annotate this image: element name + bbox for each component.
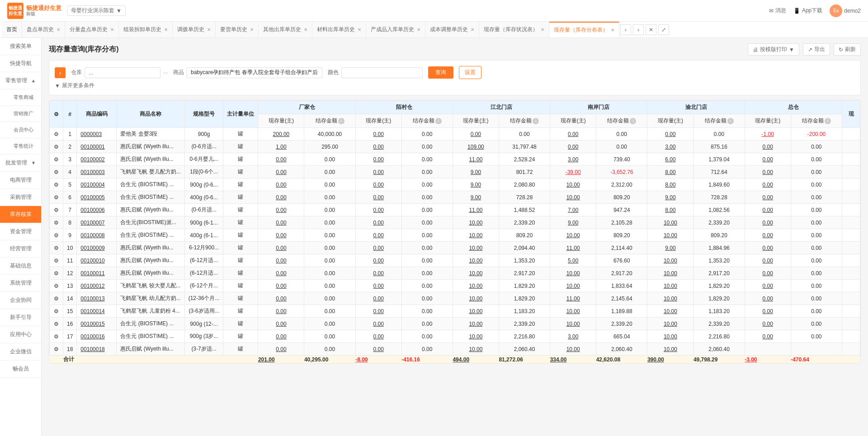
row-c3-qty[interactable]: 11.00: [453, 153, 499, 166]
row-code[interactable]: 00100012: [77, 280, 117, 292]
row-c4-qty[interactable]: 10.00: [550, 343, 596, 356]
row-c2-qty[interactable]: 0.00: [355, 280, 401, 292]
row-total-qty[interactable]: 0.00: [745, 330, 791, 343]
row-c2-qty[interactable]: 0.00: [355, 178, 401, 191]
row-total-qty[interactable]: 0.00: [745, 141, 791, 153]
row-code[interactable]: 00100010: [77, 254, 117, 267]
footer-c2-qty[interactable]: -8.00: [355, 356, 401, 364]
info-icon[interactable]: i: [533, 118, 539, 124]
row-c4-qty[interactable]: 0.00: [550, 128, 596, 141]
message-btn[interactable]: ✉ 消息: [769, 7, 786, 14]
row-c2-qty[interactable]: 0.00: [355, 166, 401, 178]
row-code[interactable]: 00100008: [77, 229, 117, 242]
close-icon[interactable]: ✕: [541, 27, 544, 32]
sidebar-item-basic-info[interactable]: 基础信息: [0, 258, 41, 275]
row-code[interactable]: 00100014: [77, 305, 117, 318]
tab-cost-adjust[interactable]: 成本调整单历史 ✕: [425, 22, 479, 38]
row-c4-qty[interactable]: 11.00: [550, 242, 596, 254]
sidebar-item-appstore[interactable]: 应用中心: [0, 326, 41, 343]
row-c3-qty[interactable]: 10.00: [453, 254, 499, 267]
row-c4-qty[interactable]: 7.00: [550, 204, 596, 216]
row-c3-qty[interactable]: 0.00: [453, 128, 499, 141]
row-c2-qty[interactable]: 0.00: [355, 204, 401, 216]
warehouse-input[interactable]: [85, 67, 160, 78]
row-c1-qty[interactable]: 1.00: [258, 141, 304, 153]
row-c1-qty[interactable]: 0.00: [258, 191, 304, 204]
row-total-qty[interactable]: 0.00: [745, 318, 791, 330]
close-icon[interactable]: ✕: [207, 27, 211, 32]
row-c4-qty[interactable]: 3.00: [550, 153, 596, 166]
tab-other-out[interactable]: 其他出库单历史 ✕: [259, 22, 312, 38]
row-total-qty[interactable]: 0.00: [745, 267, 791, 280]
row-code[interactable]: 00100004: [77, 178, 117, 191]
row-c5-qty[interactable]: 10.00: [647, 292, 693, 305]
row-total-qty[interactable]: 0.00: [745, 229, 791, 242]
row-code[interactable]: 00100001: [77, 141, 117, 153]
row-c3-qty[interactable]: 9.00: [453, 178, 499, 191]
footer-total-qty[interactable]: -3.00: [745, 356, 791, 364]
row-c1-qty[interactable]: 0.00: [258, 178, 304, 191]
tab-split-inventory[interactable]: 分量盘点单历史 ✕: [65, 22, 119, 38]
export-btn[interactable]: ↗ 导出: [803, 43, 830, 56]
row-c5-qty[interactable]: 10.00: [647, 267, 693, 280]
row-c4-qty[interactable]: 10.00: [550, 178, 596, 191]
row-total-qty[interactable]: 0.00: [745, 216, 791, 229]
row-total-qty[interactable]: 0.00: [745, 178, 791, 191]
color-input[interactable]: [341, 67, 423, 78]
footer-c1-qty[interactable]: 201.00: [258, 356, 304, 364]
sidebar-item-operations[interactable]: 经营管理: [0, 240, 41, 258]
row-c2-qty[interactable]: 0.00: [355, 229, 401, 242]
row-c5-qty[interactable]: 10.00: [647, 305, 693, 318]
close-icon[interactable]: ✕: [250, 27, 254, 32]
goods-input[interactable]: [187, 67, 322, 78]
close-icon[interactable]: ✕: [358, 27, 361, 32]
row-c5-qty[interactable]: 8.00: [647, 166, 693, 178]
close-icon[interactable]: ✕: [164, 27, 168, 32]
row-c1-qty[interactable]: 0.00: [258, 153, 304, 166]
row-total-qty[interactable]: 0.00: [745, 292, 791, 305]
tab-prev-btn[interactable]: ‹: [620, 24, 631, 35]
print-btn[interactable]: 🖨 按模版打印 ▼: [748, 43, 799, 56]
row-c3-qty[interactable]: 10.00: [453, 229, 499, 242]
row-c5-qty[interactable]: 10.00: [647, 318, 693, 330]
row-total-qty[interactable]: 0.00: [745, 254, 791, 267]
row-c1-qty[interactable]: 0.00: [258, 242, 304, 254]
sidebar-item-wholesale[interactable]: 批发管理 ▼: [0, 155, 41, 172]
tab-product-in[interactable]: 产成品入库单历史 ✕: [366, 22, 425, 38]
sidebar-item-guide[interactable]: 新手引导: [0, 309, 41, 326]
close-icon[interactable]: ✕: [304, 27, 307, 32]
sidebar-item-search[interactable]: 搜索英单: [0, 38, 41, 55]
row-c4-qty[interactable]: 9.00: [550, 216, 596, 229]
row-total-qty[interactable]: 0.00: [745, 204, 791, 216]
close-icon[interactable]: ✕: [611, 28, 614, 33]
sidebar-item-system[interactable]: 系统管理: [0, 275, 41, 292]
info-icon[interactable]: i: [630, 118, 636, 124]
row-c2-qty[interactable]: 0.00: [355, 216, 401, 229]
row-c3-qty[interactable]: 10.00: [453, 267, 499, 280]
tab-stock-dist[interactable]: 现存量（库存分布表） ✕: [549, 22, 619, 38]
row-c3-qty[interactable]: 10.00: [453, 242, 499, 254]
row-total-qty[interactable]: [745, 343, 791, 356]
info-icon[interactable]: i: [825, 118, 831, 124]
row-c5-qty[interactable]: 10.00: [647, 280, 693, 292]
row-code[interactable]: 00100006: [77, 204, 117, 216]
row-c4-qty[interactable]: 10.00: [550, 267, 596, 280]
row-code[interactable]: 00100016: [77, 330, 117, 343]
row-c1-qty[interactable]: 0.00: [258, 330, 304, 343]
row-c5-qty[interactable]: 9.00: [647, 242, 693, 254]
row-code[interactable]: 00100007: [77, 216, 117, 229]
row-total-qty[interactable]: 0.00: [745, 153, 791, 166]
row-code[interactable]: 00100013: [77, 292, 117, 305]
sidebar-item-purchase[interactable]: 采购管理: [0, 189, 41, 206]
footer-c3-qty[interactable]: 494.00: [453, 356, 499, 364]
sidebar-item-member2[interactable]: 畅会员: [0, 361, 41, 378]
row-c2-qty[interactable]: 0.00: [355, 292, 401, 305]
row-c2-qty[interactable]: 0.00: [355, 305, 401, 318]
row-c4-qty[interactable]: 0.00: [550, 141, 596, 153]
row-c1-qty[interactable]: 0.00: [258, 254, 304, 267]
tab-close-all-btn[interactable]: ✕: [646, 24, 656, 35]
row-c1-qty[interactable]: 0.00: [258, 318, 304, 330]
row-c5-qty[interactable]: 0.00: [647, 128, 693, 141]
row-c1-qty[interactable]: 0.00: [258, 204, 304, 216]
row-c5-qty[interactable]: 6.00: [647, 153, 693, 166]
